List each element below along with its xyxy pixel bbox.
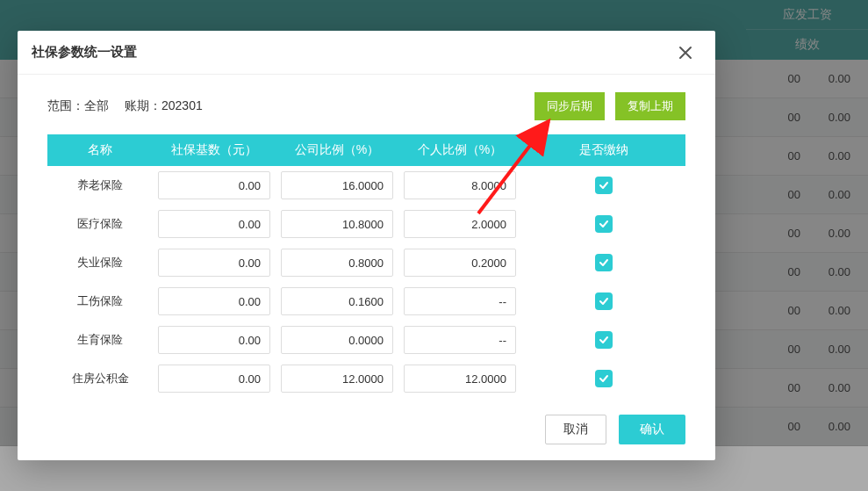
info-right-buttons: 同步后期 复制上期 xyxy=(534,92,685,120)
company-input[interactable] xyxy=(281,365,393,393)
col-enabled: 是否缴纳 xyxy=(521,134,685,166)
row-enabled-cell xyxy=(521,359,685,398)
row-base-cell xyxy=(153,282,276,321)
enabled-checkbox[interactable] xyxy=(595,254,613,271)
sync-later-button[interactable]: 同步后期 xyxy=(534,92,605,120)
personal-input[interactable] xyxy=(404,287,516,315)
row-personal-cell xyxy=(398,321,521,359)
row-name: 工伤保险 xyxy=(47,282,153,321)
row-company-cell xyxy=(276,321,398,359)
row-enabled-cell xyxy=(521,166,685,205)
col-personal: 个人比例（%） xyxy=(398,134,521,166)
close-button[interactable] xyxy=(673,40,698,65)
copy-previous-button[interactable]: 复制上期 xyxy=(615,92,685,120)
row-name: 失业保险 xyxy=(47,243,153,282)
row-base-cell xyxy=(153,243,276,282)
period-label: 账期： xyxy=(125,98,161,112)
row-base-cell xyxy=(153,321,276,359)
insurance-table: 名称 社保基数（元） 公司比例（%） 个人比例（%） 是否缴纳 养老保险医疗保险… xyxy=(47,134,685,398)
check-icon xyxy=(599,180,609,191)
row-company-cell xyxy=(276,243,398,282)
row-base-cell xyxy=(153,359,276,398)
company-input[interactable] xyxy=(281,210,393,238)
col-company: 公司比例（%） xyxy=(276,134,398,166)
enabled-checkbox[interactable] xyxy=(595,292,613,310)
table-row: 医疗保险 xyxy=(47,205,685,243)
check-icon xyxy=(599,296,609,307)
row-personal-cell xyxy=(398,166,521,205)
base-input[interactable] xyxy=(158,210,270,238)
modal-body: 范围：全部 账期：202301 同步后期 复制上期 名称 社保基数（元） 公司比… xyxy=(18,75,715,404)
table-row: 工伤保险 xyxy=(47,282,685,321)
check-icon xyxy=(599,373,609,384)
row-enabled-cell xyxy=(521,205,685,243)
table-row: 失业保险 xyxy=(47,243,685,282)
ok-button[interactable]: 确认 xyxy=(619,415,685,444)
table-row: 养老保险 xyxy=(47,166,685,205)
period-text: 账期：202301 xyxy=(125,98,203,114)
scope-value: 全部 xyxy=(84,98,109,112)
row-enabled-cell xyxy=(521,282,685,321)
table-row: 住房公积金 xyxy=(47,359,685,398)
row-personal-cell xyxy=(398,243,521,282)
cancel-button[interactable]: 取消 xyxy=(545,415,606,444)
personal-input[interactable] xyxy=(404,326,516,354)
row-name: 生育保险 xyxy=(47,321,153,359)
enabled-checkbox[interactable] xyxy=(595,177,613,194)
col-base: 社保基数（元） xyxy=(153,134,276,166)
row-company-cell xyxy=(276,282,398,321)
row-name: 医疗保险 xyxy=(47,205,153,243)
modal-header: 社保参数统一设置 xyxy=(18,31,715,75)
check-icon xyxy=(599,335,609,345)
company-input[interactable] xyxy=(281,249,393,277)
personal-input[interactable] xyxy=(404,365,516,393)
base-input[interactable] xyxy=(158,287,270,315)
personal-input[interactable] xyxy=(404,210,516,238)
info-row: 范围：全部 账期：202301 同步后期 复制上期 xyxy=(47,92,685,120)
base-input[interactable] xyxy=(158,249,270,277)
company-input[interactable] xyxy=(281,326,393,354)
personal-input[interactable] xyxy=(404,249,516,277)
personal-input[interactable] xyxy=(404,171,516,199)
modal-title: 社保参数统一设置 xyxy=(32,44,137,61)
period-value: 202301 xyxy=(161,98,203,112)
row-enabled-cell xyxy=(521,321,685,359)
check-icon xyxy=(599,257,609,268)
scope-text: 范围：全部 xyxy=(47,98,109,114)
col-name: 名称 xyxy=(47,134,153,166)
enabled-checkbox[interactable] xyxy=(595,331,613,349)
info-left: 范围：全部 账期：202301 xyxy=(47,98,203,114)
check-icon xyxy=(599,219,609,229)
row-personal-cell xyxy=(398,205,521,243)
enabled-checkbox[interactable] xyxy=(595,370,613,387)
row-name: 养老保险 xyxy=(47,166,153,205)
row-company-cell xyxy=(276,166,398,205)
company-input[interactable] xyxy=(281,287,393,315)
row-base-cell xyxy=(153,166,276,205)
row-name: 住房公积金 xyxy=(47,359,153,398)
row-enabled-cell xyxy=(521,243,685,282)
row-personal-cell xyxy=(398,359,521,398)
company-input[interactable] xyxy=(281,171,393,199)
close-icon xyxy=(678,46,692,60)
modal-social-insurance-settings: 社保参数统一设置 范围：全部 账期：202301 同步后期 复制上期 xyxy=(18,31,715,460)
base-input[interactable] xyxy=(158,326,270,354)
base-input[interactable] xyxy=(158,365,270,393)
scope-label: 范围： xyxy=(47,98,84,112)
enabled-checkbox[interactable] xyxy=(595,215,613,233)
row-company-cell xyxy=(276,359,398,398)
modal-footer: 取消 确认 xyxy=(18,404,715,460)
row-personal-cell xyxy=(398,282,521,321)
table-row: 生育保险 xyxy=(47,321,685,359)
row-base-cell xyxy=(153,205,276,243)
row-company-cell xyxy=(276,205,398,243)
base-input[interactable] xyxy=(158,171,270,199)
